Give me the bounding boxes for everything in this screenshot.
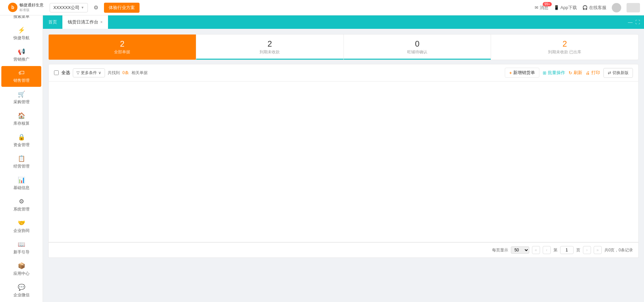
sidebar-item-marketing[interactable]: 📢 营销推广 xyxy=(1,45,41,66)
maximize-icon[interactable]: ⛶ xyxy=(635,19,640,25)
cart-icon: 🛒 xyxy=(18,90,25,98)
sidebar-item-wechat[interactable]: 💬 企业微信 xyxy=(1,280,41,301)
sidebar-item-basic-info[interactable]: 📊 基础信息 xyxy=(1,173,41,194)
app-download-btn[interactable]: 📱 App下载 xyxy=(554,5,577,11)
sidebar-item-operations[interactable]: 📋 经营管理 xyxy=(1,152,41,173)
stat-wangfu[interactable]: 0 旺辅待确认 xyxy=(344,35,491,60)
download-icon: 📱 xyxy=(554,5,559,10)
last-page-button[interactable]: » xyxy=(594,246,602,254)
sidebar-item-funds-label: 资金管理 xyxy=(13,142,30,148)
sidebar-item-app-center[interactable]: 📦 应用中心 xyxy=(1,259,41,280)
app-name: 畅捷通好生意 xyxy=(19,3,44,7)
top-header: b 畅捷通好生意 标准版 XXXXXX公司 ▼ ⚙ 体验行业方案 ✉ 消息 99… xyxy=(0,0,644,15)
select-all-label: 全选 xyxy=(61,70,70,76)
stat-shipped[interactable]: 2 到期未收款 已出库 xyxy=(491,35,638,60)
sidebar-item-quick-nav-label: 快捷导航 xyxy=(13,35,30,41)
message-icon: ✉ xyxy=(535,5,538,10)
table-area xyxy=(48,81,639,242)
plus-icon: + xyxy=(509,70,512,75)
sidebar-item-app-center-label: 应用中心 xyxy=(13,271,30,277)
sidebar-item-sales[interactable]: 🏷 销售管理 xyxy=(1,66,41,87)
house-icon: 🏠 xyxy=(18,112,25,119)
select-all-checkbox[interactable] xyxy=(54,70,59,75)
stat-shipped-label: 到期未收款 已出库 xyxy=(498,49,632,55)
stat-wangfu-count: 0 xyxy=(351,39,484,49)
stat-shipped-count: 2 xyxy=(498,39,632,49)
print-icon: 🖨 xyxy=(586,70,590,75)
trial-button[interactable]: 体验行业方案 xyxy=(104,3,140,13)
found-suffix: 相关单据 xyxy=(131,70,148,76)
sidebar-item-purchase[interactable]: 🛒 采购管理 xyxy=(1,87,41,108)
tab-home[interactable]: 首页 xyxy=(43,15,62,29)
sidebar-item-cooperation-label: 企业协同 xyxy=(13,228,30,234)
tab-window-controls: — ⛶ xyxy=(628,19,644,25)
tab-workbench-label: 钱货日清工作台 xyxy=(68,19,98,25)
toolbar-right: + 新增销货单 ⊞ 批量操作 ↻ 刷新 🖨 打印 ⇄ 切换新版 xyxy=(505,68,633,78)
per-page-select[interactable]: 50 100 xyxy=(511,246,529,254)
page-number-input[interactable] xyxy=(560,246,574,254)
app-name-area: 畅捷通好生意 标准版 xyxy=(19,3,44,12)
close-tab-icon[interactable]: × xyxy=(100,20,103,24)
sidebar-item-purchase-label: 采购管理 xyxy=(13,99,30,105)
sidebar-item-cooperation[interactable]: 🤝 企业协同 xyxy=(1,216,41,237)
found-count: 0条 xyxy=(122,70,129,76)
service-icon: 🎧 xyxy=(582,5,588,10)
next-page-button[interactable]: › xyxy=(583,246,591,254)
filter-icon: ▽ xyxy=(76,70,79,75)
online-service-btn[interactable]: 🎧 在线客服 xyxy=(582,5,606,11)
stat-all[interactable]: 2 全部单据 xyxy=(49,35,196,60)
switch-icon: ⇄ xyxy=(608,70,611,75)
refresh-label: 刷新 xyxy=(574,70,582,76)
new-sale-button[interactable]: + 新增销货单 xyxy=(505,68,539,78)
sidebar-item-system-label: 系统管理 xyxy=(13,206,30,212)
sidebar-item-quick-nav[interactable]: ⚡ 快捷导航 xyxy=(1,23,41,44)
switch-version-button[interactable]: ⇄ 切换新版 xyxy=(603,68,633,78)
sidebar-item-inventory-label: 库存核算 xyxy=(13,121,30,126)
filter-label: 更多条件 xyxy=(81,70,97,76)
print-button[interactable]: 🖨 打印 xyxy=(586,70,600,76)
sidebar-item-guide[interactable]: 📖 新手引导 xyxy=(1,237,41,258)
package-icon: 📦 xyxy=(18,262,25,269)
minimize-icon[interactable]: — xyxy=(628,19,633,25)
user-menu[interactable] xyxy=(627,3,640,12)
chevron-down-icon: ▼ xyxy=(81,6,84,9)
gear-icon: ⚙ xyxy=(94,4,98,11)
refresh-button[interactable]: ↻ 刷新 xyxy=(569,70,582,76)
sidebar-nav: ☰ 搜索菜单 ⚡ 快捷导航 📢 营销推广 🏷 销售管理 🛒 采购管理 🏠 库存核… xyxy=(0,0,43,302)
sidebar-item-inventory[interactable]: 🏠 库存核算 xyxy=(1,109,41,130)
first-page-button[interactable]: « xyxy=(532,246,540,254)
pagination-bar: 每页显示 50 100 « ‹ 第 页 › » 共0页，0条记录 xyxy=(48,242,639,258)
table-icon: 📊 xyxy=(18,176,25,184)
page-suffix: 页 xyxy=(576,247,580,253)
stat-overdue-count: 2 xyxy=(203,39,337,49)
print-label: 打印 xyxy=(591,70,600,76)
lightning-icon: ⚡ xyxy=(18,26,25,34)
stats-bar: 2 全部单据 2 到期未收款 0 旺辅待确认 2 到期未收款 已出库 xyxy=(48,34,639,60)
settings-button[interactable]: ⚙ xyxy=(91,2,101,13)
toolbar: 全选 ▽ 更多条件 ∨ 共找到 0条 相关单据 + 新增销货单 ⊞ 批量操作 ↻… xyxy=(48,64,639,81)
stat-all-count: 2 xyxy=(55,39,189,49)
company-selector[interactable]: XXXXXX公司 ▼ xyxy=(50,3,88,12)
sidebar-item-basic-info-label: 基础信息 xyxy=(13,185,30,191)
megaphone-icon: 📢 xyxy=(18,48,25,55)
sidebar-item-system[interactable]: ⚙ 系统管理 xyxy=(1,194,41,216)
stat-overdue[interactable]: 2 到期未收款 xyxy=(196,35,344,60)
total-records: 共0页，0条记录 xyxy=(604,247,633,253)
stat-wangfu-label: 旺辅待确认 xyxy=(351,49,484,55)
refresh-icon: ↻ xyxy=(569,70,572,75)
filter-button[interactable]: ▽ 更多条件 ∨ xyxy=(73,68,105,77)
sidebar-item-sales-label: 销售管理 xyxy=(13,78,30,83)
stat-overdue-label: 到期未收款 xyxy=(203,49,337,55)
switch-label: 切换新版 xyxy=(612,70,629,76)
book-icon: 📖 xyxy=(18,241,25,248)
avatar[interactable] xyxy=(612,3,621,12)
prev-page-button[interactable]: ‹ xyxy=(543,246,551,254)
app-logo: b xyxy=(8,3,17,12)
page-label: 第 xyxy=(553,247,557,253)
main-content: 2 全部单据 2 到期未收款 0 旺辅待确认 2 到期未收款 已出库 全选 ▽ … xyxy=(43,29,644,302)
message-btn[interactable]: ✉ 消息 99+ xyxy=(535,5,548,11)
sidebar-item-funds[interactable]: 🔒 资金管理 xyxy=(1,130,41,151)
company-name: XXXXXX公司 xyxy=(53,5,79,11)
tab-workbench[interactable]: 钱货日清工作台 × xyxy=(62,15,108,29)
batch-operation-button[interactable]: ⊞ 批量操作 xyxy=(543,70,565,76)
